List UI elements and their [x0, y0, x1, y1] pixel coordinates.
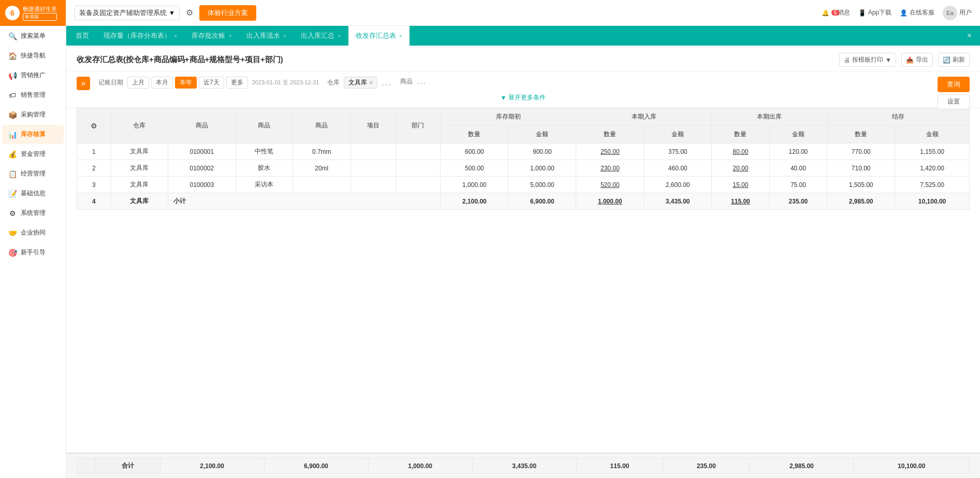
warehouse-tag-close[interactable]: ×: [369, 79, 373, 86]
online-service[interactable]: 👤 在线客服: [900, 8, 934, 17]
warehouse-label: 仓库: [327, 78, 340, 87]
trial-button[interactable]: 体验行业方案: [199, 5, 256, 21]
tab-close-receive-send-summary[interactable]: ×: [399, 33, 402, 39]
cell-in-qty-1[interactable]: 230.00: [576, 160, 644, 177]
sidebar-item-marketing[interactable]: 📢 营销推广: [2, 66, 64, 85]
tab-label-in-out-flow: 出入库流水: [246, 31, 280, 40]
cell-out-amt-2: 75.00: [769, 177, 827, 193]
tab-label-in-out-summary: 出入库汇总: [301, 31, 334, 40]
table-settings-icon[interactable]: ⚙: [91, 122, 97, 130]
th-opening-group: 库存期初: [441, 108, 576, 126]
page-title: 收发存汇总表(按仓库+商品编码+商品+规格型号+项目+部门): [77, 55, 283, 65]
cell-out-qty-2[interactable]: 15.00: [712, 177, 770, 193]
subtotal-row: 4 文具库 小计 2,100.00 6,900.00 1,000.00 3,43…: [77, 193, 970, 210]
nav-icon-sales: 🏷: [8, 91, 17, 99]
tab-close-in-out-summary[interactable]: ×: [338, 33, 341, 39]
cell-out-amt-1: 40.00: [769, 160, 827, 177]
nav-label-finance: 资金管理: [21, 150, 46, 158]
filter-expand-row: ▼ 展开更多条件: [77, 90, 970, 107]
warehouse-more[interactable]: ...: [382, 78, 391, 88]
tab-in-out-summary[interactable]: 出入库汇总 ×: [294, 26, 348, 46]
sidebar-item-guide[interactable]: 🎯 新手引导: [2, 243, 64, 262]
filter-settings-button[interactable]: 设置: [938, 94, 970, 109]
cell-open-amt-2: 5,000.00: [508, 177, 576, 193]
th-in-amt: 金额: [644, 126, 712, 143]
th-goods-spec: 商品: [293, 108, 351, 143]
notification-icon: 🔔: [822, 9, 829, 17]
tab-close-inventory-distribution[interactable]: ×: [174, 33, 177, 39]
footer-in-amt: 3,435.00: [472, 458, 576, 474]
sidebar-item-finance[interactable]: 💰 资金管理: [2, 144, 64, 164]
sidebar-item-system[interactable]: ⚙ 系统管理: [2, 204, 64, 223]
date-btn-7days[interactable]: 近7天: [199, 77, 224, 89]
tab-close-batch-ledger[interactable]: ×: [228, 33, 231, 39]
sidebar-item-operations[interactable]: 📋 经营管理: [2, 164, 64, 183]
tab-close-in-out-flow[interactable]: ×: [283, 33, 286, 39]
date-btn-more[interactable]: 更多: [226, 77, 248, 89]
nav-label-purchase: 采购管理: [21, 110, 46, 119]
tab-receive-send-summary[interactable]: 收发存汇总表 ×: [348, 26, 409, 46]
export-button[interactable]: 📤 导出: [901, 53, 933, 67]
date-btn-this-month[interactable]: 本月: [151, 77, 173, 89]
filter-toggle-button[interactable]: »: [77, 77, 90, 90]
cell-dept-2: [396, 177, 441, 193]
app-download[interactable]: 📱 App下载: [858, 8, 891, 17]
tab-inventory-distribution[interactable]: 现存量（库存分布表） ×: [96, 26, 184, 46]
expand-conditions-button[interactable]: ▼ 展开更多条件: [501, 93, 546, 102]
nav-icon-marketing: 📢: [8, 71, 17, 80]
cell-close-qty-2: 1,505.00: [827, 177, 895, 193]
settings-icon[interactable]: ⚙: [186, 8, 193, 18]
notification-item[interactable]: 🔔 6 🔔 消息: [822, 8, 850, 17]
sidebar-item-quick-nav[interactable]: 🏠 快捷导航: [2, 46, 64, 65]
cell-in-qty-2[interactable]: 520.00: [576, 177, 644, 193]
sidebar-item-search[interactable]: 🔍 搜索菜单: [2, 26, 64, 46]
nav-icon-inventory: 📊: [8, 131, 17, 139]
cell-close-qty-1: 710.00: [827, 160, 895, 177]
footer-close-amt: 10,100.00: [854, 458, 970, 474]
cell-project-2: [350, 177, 396, 193]
date-btn-this-year[interactable]: 本年: [175, 77, 197, 89]
cell-goods-code-1: 0100002: [168, 160, 236, 177]
nav-label-enterprise: 企业协同: [21, 228, 46, 237]
goods-more[interactable]: ...: [417, 77, 427, 86]
sidebar-item-sales[interactable]: 🏷 销售管理: [2, 85, 64, 105]
service-icon: 👤: [900, 9, 908, 17]
sidebar-item-inventory[interactable]: 📊 库存核算: [2, 125, 64, 144]
sidebar-item-base-info[interactable]: 📝 基础信息: [2, 184, 64, 203]
tab-bar-close[interactable]: ×: [961, 31, 978, 40]
top-header: 装备及固定资产辅助管理系统 ▼ ⚙ 体验行业方案 🔔 6 🔔 消息 📱 App下…: [66, 0, 980, 26]
subtotal-in-qty: 1,000.00: [576, 193, 644, 210]
refresh-button[interactable]: 🔄 刷新: [938, 53, 970, 67]
footer-open-amt: 6,900.00: [264, 458, 368, 474]
subtotal-open-amt: 6,900.00: [508, 193, 576, 210]
th-closing-group: 结存: [827, 108, 970, 126]
nav-icon-search: 🔍: [8, 32, 17, 40]
print-button[interactable]: 🖨 按模板打印 ▼: [839, 53, 896, 67]
table-row: 3 文具库 0100003 采访本 1,000.00 5,000.00 520.…: [77, 177, 970, 193]
header-right: 🔔 6 🔔 消息 📱 App下载 👤 在线客服 Ea 用户: [822, 6, 972, 20]
cell-in-qty-0[interactable]: 250.00: [576, 143, 644, 160]
query-button[interactable]: 查询: [938, 77, 970, 92]
date-btn-last-month[interactable]: 上月: [127, 77, 149, 89]
nav-icon-operations: 📋: [8, 170, 17, 178]
system-selector[interactable]: 装备及固定资产辅助管理系统 ▼: [75, 6, 180, 20]
logo-badge: 标准版: [23, 13, 57, 21]
nav-icon-finance: 💰: [8, 150, 17, 158]
cell-serial-2: 3: [77, 177, 111, 193]
tab-batch-ledger[interactable]: 库存批次账 ×: [184, 26, 239, 46]
th-settings[interactable]: ⚙: [77, 108, 111, 143]
tab-home[interactable]: 首页: [68, 26, 96, 46]
tab-in-out-flow[interactable]: 出入库流水 ×: [239, 26, 294, 46]
phone-icon: 📱: [858, 9, 866, 17]
sidebar-item-enterprise[interactable]: 🤝 企业协同: [2, 223, 64, 242]
cell-warehouse-1: 文具库: [111, 160, 168, 177]
sidebar-item-purchase[interactable]: 📦 采购管理: [2, 105, 64, 124]
user-area[interactable]: Ea 用户: [943, 6, 972, 20]
nav-icon-purchase: 📦: [8, 111, 17, 119]
subtotal-label: 小计: [168, 193, 441, 210]
nav-icon-quick-nav: 🏠: [8, 52, 17, 60]
cell-out-qty-0[interactable]: 80.00: [712, 143, 770, 160]
nav-label-marketing: 营销推广: [21, 71, 46, 80]
cell-out-qty-1[interactable]: 20.00: [712, 160, 770, 177]
nav-label-search: 搜索菜单: [21, 32, 46, 40]
